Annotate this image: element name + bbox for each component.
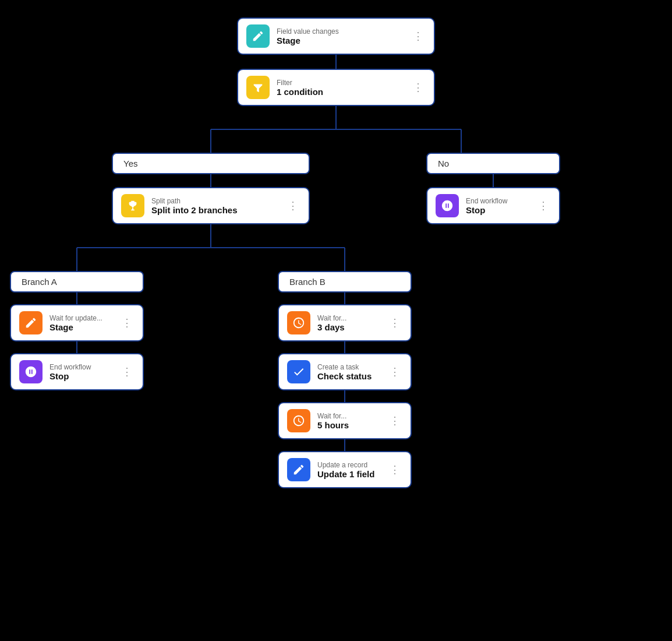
wait-stage-icon [19,311,43,334]
bb-conn1 [344,293,345,304]
filter-split-svg [109,106,563,153]
wait-5hours-icon [287,409,310,432]
wait-5hours-label: Wait for... [317,412,380,420]
branch-a-col: Branch A Wait for update... Stage ⋮ [7,271,147,390]
update-record-label: Update a record [317,461,380,469]
split-svg [7,224,415,271]
split-path-node[interactable]: Split path Split into 2 branches ⋮ [112,187,310,224]
wait-stage-menu[interactable]: ⋮ [119,315,135,330]
yes-connector-1 [210,174,211,187]
wait-5hours-node[interactable]: Wait for... 5 hours ⋮ [278,402,412,439]
trigger-icon [246,24,270,48]
end-stop-a-title: Stop [49,371,112,381]
trigger-level: Field value changes Stage ⋮ Filter 1 con… [237,17,435,106]
bb-conn4 [344,439,345,451]
filter-text: Filter 1 condition [277,79,404,97]
wait-3days-node[interactable]: Wait for... 3 days ⋮ [278,304,412,341]
no-end-icon [436,194,459,217]
filter-menu[interactable]: ⋮ [411,80,426,95]
wait-3days-label: Wait for... [317,314,380,322]
wait-3days-icon [287,311,310,334]
update-record-node[interactable]: Update a record Update 1 field ⋮ [278,451,412,488]
end-stop-a-label: End workflow [49,363,112,371]
split-icon [121,194,144,217]
trigger-text: Field value changes Stage [277,27,404,45]
end-stop-a-node[interactable]: End workflow Stop ⋮ [10,353,144,390]
filter-node[interactable]: Filter 1 condition ⋮ [237,69,435,106]
end-stop-a-text: End workflow Stop [49,363,112,381]
workflow-canvas: Field value changes Stage ⋮ Filter 1 con… [16,17,656,488]
wait-5hours-text: Wait for... 5 hours [317,412,380,430]
trigger-menu[interactable]: ⋮ [411,29,426,44]
yes-no-row: Yes Split path Split into 2 branches ⋮ [109,153,563,488]
end-stop-a-icon [19,360,43,383]
branch-b-col: Branch B Wait for... 3 days ⋮ [275,271,415,488]
update-record-text: Update a record Update 1 field [317,461,380,479]
ba-conn2 [76,341,77,353]
wait-5hours-menu[interactable]: ⋮ [387,413,402,428]
connector-1 [335,55,337,69]
trigger-label: Field value changes [277,27,404,36]
trigger-node[interactable]: Field value changes Stage ⋮ [237,17,435,55]
create-task-label: Create a task [317,363,380,371]
end-stop-a-menu[interactable]: ⋮ [119,364,135,379]
bb-conn3 [344,390,345,402]
split-title: Split into 2 branches [151,205,278,215]
create-task-icon [287,360,310,383]
yes-label: Yes [112,153,310,174]
wait-stage-label: Wait for update... [49,314,112,322]
update-record-title: Update 1 field [317,469,380,479]
no-end-menu[interactable]: ⋮ [536,198,551,213]
update-record-menu[interactable]: ⋮ [387,462,402,477]
wait-stage-text: Wait for update... Stage [49,314,112,332]
update-record-icon [287,458,310,481]
ba-conn1 [76,293,77,304]
wait-stage-node[interactable]: Wait for update... Stage ⋮ [10,304,144,341]
wait-stage-title: Stage [49,322,112,332]
no-end-text: End workflow Stop [466,197,529,215]
split-text: Split path Split into 2 branches [151,197,278,215]
wait-3days-text: Wait for... 3 days [317,314,380,332]
branches-ab-row: Branch A Wait for update... Stage ⋮ [7,271,415,488]
no-conn1 [493,174,494,187]
filter-title: 1 condition [277,87,404,97]
trigger-title: Stage [277,36,404,45]
no-label: No [426,153,560,174]
no-end-label: End workflow [466,197,529,205]
yes-branch: Yes Split path Split into 2 branches ⋮ [109,153,313,488]
create-task-title: Check status [317,371,380,381]
split-menu[interactable]: ⋮ [285,198,300,213]
filter-icon [246,76,270,99]
wait-3days-menu[interactable]: ⋮ [387,315,402,330]
create-task-text: Create a task Check status [317,363,380,381]
create-task-menu[interactable]: ⋮ [387,364,402,379]
branch-b-label: Branch B [278,271,412,293]
no-end-node[interactable]: End workflow Stop ⋮ [426,187,560,224]
no-end-title: Stop [466,205,529,215]
wait-5hours-title: 5 hours [317,420,380,430]
no-branch: No End workflow Stop ⋮ [423,153,563,224]
bb-conn2 [344,341,345,353]
filter-label: Filter [277,79,404,87]
create-task-node[interactable]: Create a task Check status ⋮ [278,353,412,390]
wait-3days-title: 3 days [317,322,380,332]
branch-a-label: Branch A [10,271,144,293]
split-label: Split path [151,197,278,205]
